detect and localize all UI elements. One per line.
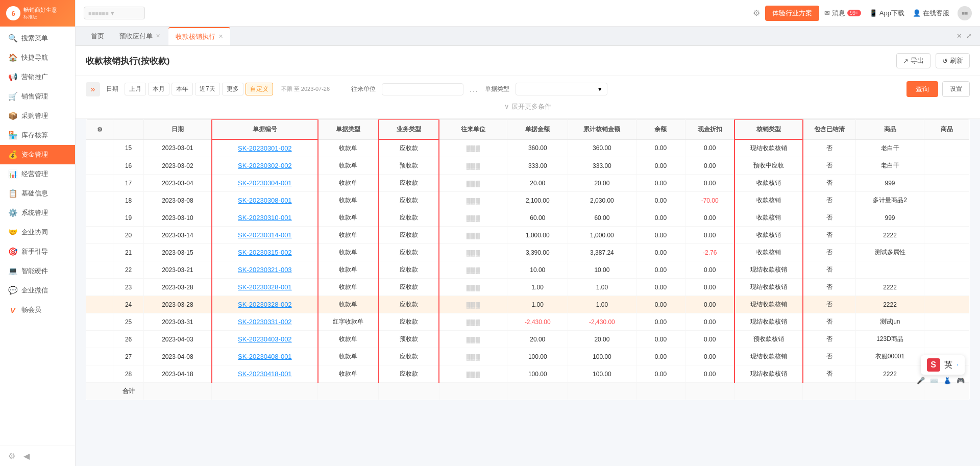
td-no: 24 [113,296,143,313]
th-biz-type[interactable]: 业务类型 [379,119,439,139]
purchase-icon: 📦 [8,111,17,120]
sidebar-item-sales[interactable]: 🛒 销售管理 [0,87,75,106]
code-link[interactable]: SK-20230328-001 [238,283,292,291]
date-btn-custom[interactable]: 自定义 [246,83,273,95]
query-button[interactable]: 查询 [906,81,938,97]
gear-icon[interactable]: ⚙ [753,8,760,18]
td-code[interactable]: SK-20230301-002 [212,139,318,157]
footer-cell [856,383,924,400]
td-code[interactable]: SK-20230418-001 [212,365,318,383]
code-link[interactable]: SK-20230301-002 [238,144,292,152]
th-write-off-type[interactable]: 核销类型 [734,119,803,139]
code-link[interactable]: SK-20230321-003 [238,266,292,274]
date-btn-this-year[interactable]: 本年 [172,83,193,95]
code-link[interactable]: SK-20230304-001 [238,179,292,187]
keyboard-icon[interactable]: ⌨️ [930,377,938,384]
sidebar-item-label: 系统管理 [21,208,48,217]
user-avatar[interactable]: ■■ [958,6,972,20]
date-btn-more[interactable]: 更多 [222,83,243,95]
tab-expand-icon[interactable]: ⤢ [966,32,972,40]
code-link[interactable]: SK-20230314-001 [238,231,292,239]
settings-button[interactable]: 设置 [942,81,970,97]
sidebar-item-shortcut[interactable]: 🏠 快捷导航 [0,48,75,67]
search-icon: 🔍 [8,34,17,43]
filter-expand-button[interactable]: » [86,82,100,96]
td-code[interactable]: SK-20230314-001 [212,227,318,244]
td-code[interactable]: SK-20230328-001 [212,279,318,296]
sidebar-item-guide[interactable]: 🎯 新手引导 [0,242,75,261]
tab-close-all-icon[interactable]: ✕ [957,32,962,40]
th-code[interactable]: 单据编号 [212,119,318,139]
sidebar-item-member[interactable]: V 畅会员 [0,300,75,320]
td-code[interactable]: SK-20230328-002 [212,296,318,313]
tab-preorder[interactable]: 预收应付单 ✕ [112,28,167,45]
code-link[interactable]: SK-20230418-001 [238,370,292,378]
td-code[interactable]: SK-20230331-002 [212,313,318,331]
code-link[interactable]: SK-20230408-001 [238,353,292,360]
td-code[interactable]: SK-20230302-002 [212,157,318,175]
footer-cell [507,383,568,400]
code-link[interactable]: SK-20230308-001 [238,197,292,204]
shirt-icon[interactable]: 👗 [943,377,951,384]
sidebar-nav: 🔍 搜索菜单 🏠 快捷导航 📢 营销推广 🛒 销售管理 📦 采购管理 🏪 库存核… [0,27,75,446]
td-code[interactable]: SK-20230310-001 [212,209,318,227]
sidebar-item-wechat[interactable]: 💬 企业微信 [0,281,75,300]
message-button[interactable]: ✉ 消息 99+ [824,9,861,18]
footer-cell [685,383,734,400]
td-code[interactable]: SK-20230403-002 [212,331,318,348]
tab-receivable-close[interactable]: ✕ [218,33,223,40]
expand-more-label: 展开更多条件 [511,103,551,110]
app-download-button[interactable]: 📱 App下载 [869,9,904,18]
tab-receivable[interactable]: 收款核销执行 ✕ [168,27,230,45]
td-code[interactable]: SK-20230308-001 [212,192,318,209]
tab-home[interactable]: 首页 [84,28,111,45]
code-link[interactable]: SK-20230310-001 [238,214,292,222]
topbar-select[interactable]: ■■■■■■ ▾ [84,7,145,19]
game-icon[interactable]: 🎮 [957,377,965,384]
td-accum: 333.00 [568,157,636,175]
sidebar-item-finance[interactable]: 💰 资金管理 [0,145,75,164]
td-discount: 0.00 [685,157,734,175]
td-accum: 1.00 [568,296,636,313]
td-code[interactable]: SK-20230315-002 [212,244,318,261]
date-btn-7days[interactable]: 近7天 [195,83,220,95]
export-button[interactable]: ↗ 导出 [896,53,930,68]
date-btn-last-month[interactable]: 上月 [125,83,146,95]
sidebar-item-purchase[interactable]: 📦 采购管理 [0,106,75,126]
code-link[interactable]: SK-20230403-002 [238,335,292,343]
sidebar-item-inventory[interactable]: 🏪 库存核算 [0,126,75,145]
online-service-button[interactable]: 👤 在线客服 [913,9,949,18]
page-header-actions: ↗ 导出 ↺ 刷新 [896,53,970,68]
tab-preorder-close[interactable]: ✕ [156,33,160,39]
mic-icon[interactable]: 🎤 [917,377,925,384]
sidebar-item-search[interactable]: 🔍 搜索菜单 [0,29,75,48]
solution-button[interactable]: 体验行业方案 [765,6,819,21]
td-goods1: 衣服00001 [856,348,924,365]
partner-filter-input[interactable] [387,86,449,93]
td-partner: ▓▓▓ [439,348,507,365]
td-code[interactable]: SK-20230321-003 [212,261,318,279]
sidebar-item-basic[interactable]: 📋 基础信息 [0,184,75,203]
data-table: ⚙ 日期 单据编号 单据类型 业务类型 往来单位 单据金额 累计核销金额 余额 … [86,119,970,400]
sidebar-item-operation[interactable]: 📊 经营管理 [0,164,75,184]
td-code[interactable]: SK-20230304-001 [212,175,318,192]
sidebar-item-system[interactable]: ⚙️ 系统管理 [0,203,75,223]
date-btn-this-month[interactable]: 本月 [148,83,169,95]
code-link[interactable]: SK-20230302-002 [238,162,292,169]
code-link[interactable]: SK-20230331-002 [238,318,292,326]
expand-more-row[interactable]: ∨ 展开更多条件 [86,100,970,113]
td-code[interactable]: SK-20230408-001 [212,348,318,365]
sidebar-item-marketing[interactable]: 📢 营销推广 [0,67,75,87]
refresh-button[interactable]: ↺ 刷新 [936,53,970,68]
sidebar-item-corp[interactable]: 🤝 企业协同 [0,223,75,242]
code-link[interactable]: SK-20230315-002 [238,249,292,256]
td-included: 否 [803,313,856,331]
settings-icon[interactable]: ⚙ [8,451,15,461]
th-settings[interactable]: ⚙ [86,119,113,139]
td-write-off-type: 预收中应收 [734,157,803,175]
collapse-icon[interactable]: ◀ [23,451,30,461]
sidebar-item-hardware[interactable]: 💻 智能硬件 [0,261,75,281]
code-link[interactable]: SK-20230328-002 [238,301,292,308]
td-biz-type: 应收款 [379,313,439,331]
bill-type-select[interactable]: ▾ [516,83,607,95]
